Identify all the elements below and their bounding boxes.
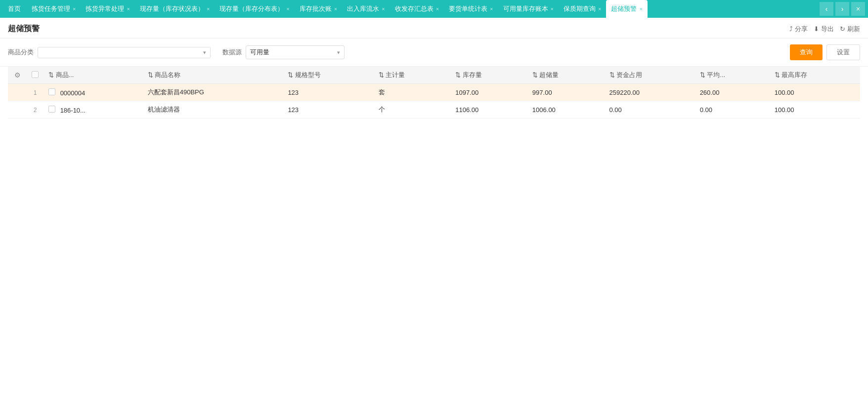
nav-tab-close-1[interactable]: × (127, 6, 130, 12)
nav-tab-5[interactable]: 出入库流水 × (342, 0, 390, 18)
th-product-name-sort: ⇅ (148, 71, 155, 79)
nav-arrow-left[interactable]: ‹ (820, 2, 833, 16)
nav-arrow-right[interactable]: › (835, 2, 849, 16)
nav-tab-close-8[interactable]: × (551, 6, 554, 12)
nav-tab-4[interactable]: 库存批次账 × (295, 0, 342, 18)
th-product-code[interactable]: ⇅ 商品... (43, 67, 143, 84)
export-icon: ⬇ (814, 25, 819, 33)
row-stock-0: 1097.00 (450, 84, 527, 101)
nav-tab-9[interactable]: 保质期查询 × (559, 0, 606, 18)
nav-tab-label-7: 要货单统计表 (449, 4, 487, 13)
nav-tab-label-8: 可用量库存账本 (503, 4, 548, 13)
nav-tab-close-4[interactable]: × (334, 6, 337, 12)
nav-tab-close-6[interactable]: × (436, 6, 439, 12)
select-all-checkbox[interactable] (32, 71, 39, 78)
row-checkbox-1: 186-10... (43, 101, 143, 118)
filter-action-buttons: 查询 设置 (790, 44, 860, 60)
table-container: ⚙ ⇅ 商品... ⇅ 商品名称 ⇅ 规格型号 ⇅ 主计量 (0, 67, 868, 118)
nav-tab-2[interactable]: 现存量（库存状况表） × (135, 0, 215, 18)
category-select[interactable]: ▾ (38, 47, 211, 58)
nav-tab-label-6: 收发存汇总表 (395, 4, 434, 13)
page-title: 超储预警 (8, 24, 40, 34)
table-row: 1 0000004 六配套新昌490BPG 123 套 1097.00 997.… (8, 84, 860, 101)
nav-tab-6[interactable]: 收发存汇总表 × (390, 0, 444, 18)
nav-tab-label-5: 出入库流水 (347, 4, 379, 13)
nav-tab-3[interactable]: 现存量（库存分布表） × (215, 0, 294, 18)
row-stock-1: 1106.00 (450, 101, 527, 118)
th-unit[interactable]: ⇅ 主计量 (374, 67, 451, 84)
datasource-select[interactable]: 可用量 ▾ (246, 45, 345, 59)
datasource-filter: 数据源 可用量 ▾ (222, 45, 345, 59)
row-max-stock-1: 100.00 (770, 101, 860, 118)
chevron-down-icon: ▾ (203, 49, 206, 56)
th-product-name[interactable]: ⇅ 商品名称 (143, 67, 283, 84)
th-capital-sort: ⇅ (609, 71, 617, 79)
chevron-down-icon-2: ▾ (337, 49, 340, 56)
refresh-icon: ↻ (840, 25, 845, 33)
nav-arrow-close[interactable]: × (851, 2, 865, 16)
nav-tab-label-2: 现存量（库存状况表） (140, 4, 204, 13)
data-table: ⚙ ⇅ 商品... ⇅ 商品名称 ⇅ 规格型号 ⇅ 主计量 (8, 67, 860, 118)
row-select-checkbox-0[interactable] (48, 88, 55, 95)
row-settings-0 (8, 84, 27, 101)
query-button[interactable]: 查询 (790, 44, 823, 60)
row-select-checkbox-1[interactable] (48, 106, 55, 113)
row-index-1: 2 (27, 101, 43, 118)
category-filter: 商品分类 ▾ (8, 47, 211, 58)
nav-tab-0[interactable]: 拣货任务管理 × (27, 0, 81, 18)
nav-tab-label-1: 拣货异常处理 (86, 4, 124, 13)
nav-tab-close-10[interactable]: × (639, 6, 642, 12)
th-spec-sort: ⇅ (288, 71, 295, 79)
th-product-code-label: ⇅ (48, 71, 56, 79)
th-max-stock[interactable]: ⇅ 最高库存 (770, 67, 860, 84)
nav-tab-8[interactable]: 可用量库存账本 × (498, 0, 559, 18)
page-container: 超储预警 ⤴ 分享 ⬇ 导出 ↻ 刷新 商品分类 ▾ 数据源 (0, 18, 868, 395)
page-header: 超储预警 ⤴ 分享 ⬇ 导出 ↻ 刷新 (0, 18, 868, 39)
filter-bar: 商品分类 ▾ 数据源 可用量 ▾ 查询 设置 (0, 39, 868, 67)
th-avg[interactable]: ⇅ 平均... (695, 67, 770, 84)
nav-home[interactable]: 首页 (2, 0, 27, 18)
nav-tab-label-4: 库存批次账 (300, 4, 332, 13)
nav-tab-close-5[interactable]: × (382, 6, 385, 12)
nav-tab-close-0[interactable]: × (73, 6, 76, 12)
share-label: 分享 (795, 25, 808, 34)
th-capital[interactable]: ⇅ 资金占用 (605, 67, 695, 84)
th-overstock-sort: ⇅ (532, 71, 540, 79)
row-index-0: 1 (27, 84, 43, 101)
share-button[interactable]: ⤴ 分享 (789, 25, 808, 34)
nav-tab-10[interactable]: 超储预警 × (606, 0, 647, 18)
th-avg-sort: ⇅ (700, 71, 707, 79)
refresh-label: 刷新 (847, 25, 860, 34)
th-overstock[interactable]: ⇅ 超储量 (527, 67, 605, 84)
nav-tab-7[interactable]: 要货单统计表 × (444, 0, 498, 18)
row-product-name-0: 六配套新昌490BPG (143, 84, 283, 101)
datasource-value: 可用量 (250, 48, 269, 57)
datasource-label: 数据源 (222, 48, 242, 57)
nav-tab-close-2[interactable]: × (207, 6, 210, 12)
row-overstock-1: 1006.00 (527, 101, 605, 118)
nav-tab-close-3[interactable]: × (286, 6, 289, 12)
th-checkbox (27, 67, 43, 84)
row-unit-0: 套 (374, 84, 451, 101)
nav-tab-close-7[interactable]: × (490, 6, 493, 12)
export-button[interactable]: ⬇ 导出 (814, 25, 834, 34)
row-capital-1: 0.00 (605, 101, 695, 118)
nav-tab-1[interactable]: 拣货异常处理 × (81, 0, 134, 18)
row-capital-0: 259220.00 (605, 84, 695, 101)
nav-tab-label-0: 拣货任务管理 (32, 4, 70, 13)
table-row: 2 186-10... 机油滤清器 123 个 1106.00 1006.00 … (8, 101, 860, 118)
th-max-stock-sort: ⇅ (775, 71, 782, 79)
th-stock-sort: ⇅ (455, 71, 463, 79)
th-stock[interactable]: ⇅ 库存量 (450, 67, 527, 84)
header-actions: ⤴ 分享 ⬇ 导出 ↻ 刷新 (789, 25, 860, 34)
settings-button[interactable]: 设置 (826, 44, 860, 60)
row-checkbox-0: 0000004 (43, 84, 143, 101)
gear-icon[interactable]: ⚙ (13, 71, 22, 79)
row-spec-0: 123 (283, 84, 373, 101)
th-spec[interactable]: ⇅ 规格型号 (283, 67, 373, 84)
row-settings-1 (8, 101, 27, 118)
nav-tab-label-10: 超储预警 (611, 4, 637, 13)
row-spec-1: 123 (283, 101, 373, 118)
refresh-button[interactable]: ↻ 刷新 (840, 25, 860, 34)
nav-tab-close-9[interactable]: × (598, 6, 601, 12)
